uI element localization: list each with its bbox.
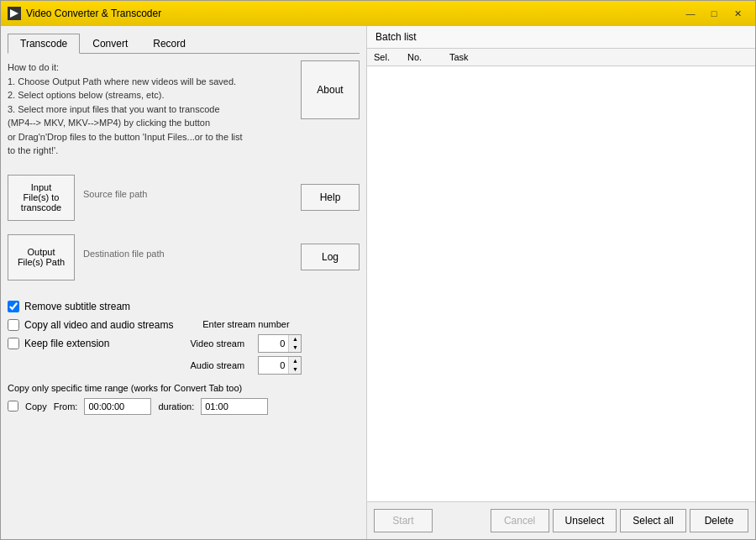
keep-extension-row: Keep file extension: [8, 338, 173, 349]
instructions-block: How to do it: 1. Choose Output Path wher…: [8, 60, 292, 166]
time-range-title: Copy only specific time range (works for…: [8, 383, 360, 393]
remove-subtitle-checkbox[interactable]: [8, 301, 19, 312]
video-stream-label: Video stream: [190, 338, 253, 349]
video-stream-up[interactable]: ▲: [289, 335, 301, 343]
tab-bar: Transcode Convert Record: [8, 33, 360, 54]
copy-streams-row: Copy all video and audio streams: [8, 319, 173, 331]
log-button[interactable]: Log: [301, 244, 360, 270]
remove-subtitle-row: Remove subtitle stream: [8, 301, 360, 312]
keep-extension-checkbox[interactable]: [8, 338, 19, 349]
batch-table-header: Sel. No. Task: [367, 49, 755, 66]
unselect-button[interactable]: Unselect: [553, 509, 617, 532]
options-section: Remove subtitle stream Copy all video an…: [8, 301, 360, 415]
audio-stream-down[interactable]: ▼: [289, 365, 301, 374]
source-file-path: Source file path: [83, 189, 292, 206]
window-title: Video Converter & Transcoder: [26, 8, 161, 19]
help-button[interactable]: Help: [301, 184, 360, 211]
audio-stream-spinners: ▲ ▼: [288, 357, 301, 374]
input-file-row: Input File(s) to transcode Source file p…: [8, 175, 360, 221]
audio-stream-input-wrapper: ▲ ▼: [258, 356, 302, 375]
audio-stream-row: Audio stream ▲ ▼: [190, 356, 302, 375]
left-panel: Transcode Convert Record How to do it: 1…: [1, 26, 366, 539]
checkboxes-column: Copy all video and audio streams Keep fi…: [8, 319, 173, 375]
output-file-row: Output File(s) Path Destination file pat…: [8, 234, 360, 280]
from-label: From:: [54, 401, 78, 412]
copy-streams-checkbox[interactable]: [8, 319, 19, 331]
start-button[interactable]: Start: [374, 509, 433, 532]
remove-subtitle-label[interactable]: Remove subtitle stream: [24, 301, 130, 312]
copy-streams-label[interactable]: Copy all video and audio streams: [24, 319, 173, 331]
audio-stream-label: Audio stream: [190, 360, 253, 370]
title-bar-left: Video Converter & Transcoder: [8, 7, 161, 20]
tab-record[interactable]: Record: [140, 34, 198, 54]
output-files-button[interactable]: Output File(s) Path: [8, 234, 75, 280]
col-sel-header: Sel.: [374, 52, 399, 62]
select-all-button[interactable]: Select all: [620, 509, 686, 532]
minimize-button[interactable]: —: [680, 5, 701, 22]
title-bar-buttons: — □ ✕: [680, 5, 748, 22]
tab-convert[interactable]: Convert: [80, 34, 140, 54]
main-window: Video Converter & Transcoder — □ ✕ Trans…: [0, 0, 756, 540]
bottom-bar: Start Cancel Unselect Select all Delete: [367, 501, 755, 539]
duration-label: duration:: [158, 401, 194, 412]
right-panel: Batch list Sel. No. Task Start Cancel Un…: [366, 26, 755, 539]
close-button[interactable]: ✕: [727, 5, 748, 22]
stream-number-section: Enter stream number Video stream ▲ ▼: [190, 319, 302, 375]
about-button[interactable]: About: [301, 60, 360, 119]
video-stream-input-wrapper: ▲ ▼: [258, 334, 302, 353]
time-range-section: Copy only specific time range (works for…: [8, 383, 360, 415]
cancel-button[interactable]: Cancel: [491, 509, 549, 532]
audio-stream-input[interactable]: [259, 357, 288, 374]
tab-transcode[interactable]: Transcode: [8, 34, 80, 54]
keep-extension-label[interactable]: Keep file extension: [24, 338, 109, 349]
destination-file-path: Destination file path: [83, 249, 292, 265]
enter-stream-title: Enter stream number: [190, 319, 302, 329]
input-files-button[interactable]: Input File(s) to transcode: [8, 175, 75, 221]
video-stream-row: Video stream ▲ ▼: [190, 334, 302, 353]
time-range-row: Copy From: duration:: [8, 398, 360, 415]
col-task-header: Task: [449, 52, 748, 62]
svg-marker-0: [10, 9, 18, 18]
top-section: How to do it: 1. Choose Output Path wher…: [8, 60, 360, 166]
copy-label[interactable]: Copy: [25, 401, 47, 412]
batch-list-area: [367, 66, 755, 501]
duration-input[interactable]: [201, 398, 268, 415]
instructions-text: How to do it: 1. Choose Output Path wher…: [8, 60, 243, 158]
delete-button[interactable]: Delete: [690, 509, 748, 532]
audio-stream-up[interactable]: ▲: [289, 357, 301, 365]
time-range-checkbox[interactable]: [8, 401, 18, 412]
title-bar: Video Converter & Transcoder — □ ✕: [1, 1, 755, 26]
video-stream-down[interactable]: ▼: [289, 343, 301, 352]
streams-and-enter: Copy all video and audio streams Keep fi…: [8, 319, 360, 375]
from-time-input[interactable]: [84, 398, 151, 415]
window-content: Transcode Convert Record How to do it: 1…: [1, 26, 755, 539]
video-stream-spinners: ▲ ▼: [288, 335, 301, 352]
maximize-button[interactable]: □: [703, 5, 725, 22]
video-stream-input[interactable]: [259, 335, 288, 352]
col-no-header: No.: [407, 52, 441, 62]
app-icon: [8, 7, 21, 20]
batch-list-header: Batch list: [367, 26, 755, 49]
